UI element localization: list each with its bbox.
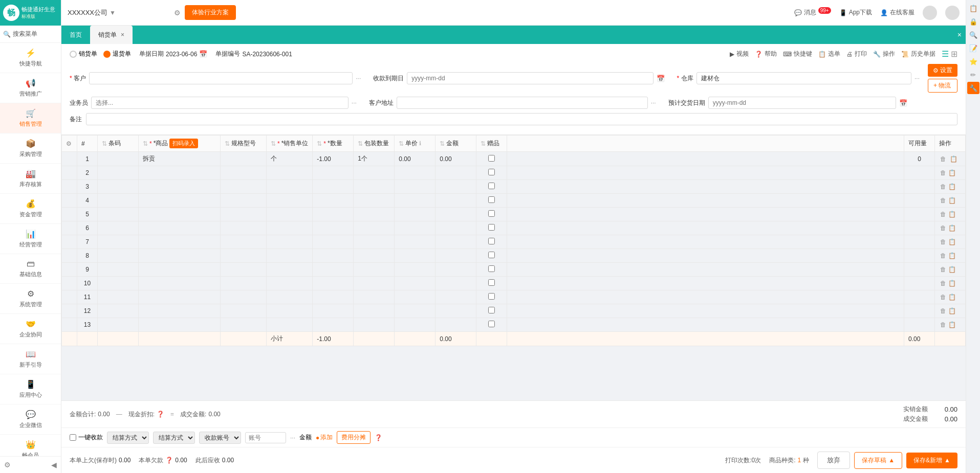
service-btn[interactable]: 👤 在线客服 bbox=[880, 8, 914, 17]
delete-icon-6[interactable]: 🗑 bbox=[940, 224, 946, 232]
product-cell-1[interactable]: 拆贡 bbox=[139, 152, 221, 166]
price-sort-icon[interactable]: ⇅ bbox=[399, 140, 404, 147]
video-btn[interactable]: ▶ 视频 bbox=[730, 50, 749, 58]
delete-icon-10[interactable]: 🗑 bbox=[940, 280, 946, 287]
price-info-icon[interactable]: ℹ bbox=[419, 140, 421, 147]
amount-sort-icon[interactable]: ⇅ bbox=[440, 140, 445, 147]
salesman-input[interactable] bbox=[91, 97, 349, 109]
tab-sales-order[interactable]: 销货单 × bbox=[90, 26, 133, 44]
balance-help-icon[interactable]: ❓ bbox=[165, 457, 173, 464]
history-btn[interactable]: 📜 历史单据 bbox=[901, 50, 935, 58]
copy-icon-11[interactable]: 📋 bbox=[948, 294, 956, 301]
save-draft-button[interactable]: 保存草稿 ▲ bbox=[854, 452, 902, 469]
trial-button[interactable]: 体验行业方案 bbox=[185, 5, 236, 20]
message-btn[interactable]: 💬 消息 99+ bbox=[794, 8, 831, 17]
delete-icon-1[interactable]: 🗑 bbox=[940, 155, 946, 163]
copy-icon-5[interactable]: 📋 bbox=[948, 211, 956, 218]
sidebar-item-sales[interactable]: 🛒 销售管理 bbox=[0, 103, 61, 133]
delete-icon-8[interactable]: 🗑 bbox=[940, 252, 946, 259]
collapse-icon[interactable]: ◀ bbox=[51, 461, 57, 469]
customer-input[interactable] bbox=[89, 72, 353, 84]
save-new-button[interactable]: 保存&新增 ▲ bbox=[906, 453, 957, 468]
shortcut-btn[interactable]: ⌨ 快捷键 bbox=[783, 50, 812, 58]
delivery-cal-icon[interactable]: 📅 bbox=[899, 99, 907, 107]
copy-icon-13[interactable]: 📋 bbox=[948, 321, 956, 328]
app-download-btn[interactable]: 📱 App下载 bbox=[839, 8, 872, 17]
delete-icon-11[interactable]: 🗑 bbox=[940, 294, 946, 301]
rp-edit-icon[interactable]: ✏ bbox=[967, 69, 979, 81]
unit-cell-1[interactable]: 个 bbox=[267, 152, 313, 166]
payment-date-input[interactable] bbox=[407, 72, 653, 84]
one-click-pay-checkbox[interactable]: 一键收款 bbox=[70, 433, 103, 442]
sidebar-item-purchase[interactable]: 📦 采购管理 bbox=[0, 133, 61, 164]
payment-calc-select[interactable]: 结算方式 bbox=[153, 432, 195, 444]
copy-icon-3[interactable]: 📋 bbox=[948, 183, 956, 190]
view-list-icon[interactable]: ☰ bbox=[942, 49, 949, 59]
sidebar-item-inventory[interactable]: 🏭 库存核算 bbox=[0, 164, 61, 194]
barcode-sort-icon[interactable]: ⇅ bbox=[102, 140, 107, 147]
delete-icon-12[interactable]: 🗑 bbox=[940, 307, 946, 314]
amount-cell-1[interactable]: 0.00 bbox=[435, 152, 476, 166]
sidebar-item-management[interactable]: 📊 经营管理 bbox=[0, 224, 61, 254]
add-payment-btn[interactable]: ● 添加 bbox=[316, 433, 333, 442]
company-selector[interactable]: XXXXXX公司 ▼ bbox=[68, 8, 170, 17]
copy-icon-6[interactable]: 📋 bbox=[948, 224, 956, 232]
sales-radio[interactable]: 销货单 bbox=[70, 50, 97, 58]
rp-note-icon[interactable]: 📝 bbox=[967, 42, 979, 54]
sidebar-item-enterprise[interactable]: 🤝 企业协同 bbox=[0, 314, 61, 344]
one-click-pay-input[interactable] bbox=[70, 434, 76, 441]
date-calendar-icon[interactable]: 📅 bbox=[199, 50, 207, 58]
rp-lock-icon[interactable]: 🔒 bbox=[967, 15, 979, 28]
operate-btn[interactable]: 🔧 操作 bbox=[873, 50, 895, 58]
return-radio[interactable]: 退货单 bbox=[103, 50, 131, 58]
delete-icon-5[interactable]: 🗑 bbox=[940, 211, 946, 218]
rp-search-icon[interactable]: 🔍 bbox=[967, 29, 979, 41]
spec-sort-icon[interactable]: ⇅ bbox=[225, 140, 230, 147]
fee-split-btn[interactable]: 费用分摊 bbox=[337, 431, 371, 444]
unit-sort-icon[interactable]: ⇅ bbox=[271, 140, 276, 147]
tab-home[interactable]: 首页 bbox=[61, 26, 90, 44]
spec-cell-1[interactable] bbox=[221, 152, 267, 166]
sidebar-item-basic[interactable]: 🗃 基础信息 bbox=[0, 254, 61, 284]
payment-cal-icon[interactable]: 📅 bbox=[657, 75, 665, 82]
payment-more-icon[interactable]: ··· bbox=[290, 434, 295, 441]
settings-btn[interactable]: ⚙ 设置 bbox=[928, 64, 957, 77]
delete-icon-13[interactable]: 🗑 bbox=[940, 321, 946, 328]
select-btn[interactable]: 📋 选单 bbox=[818, 50, 840, 58]
delete-icon-4[interactable]: 🗑 bbox=[940, 197, 946, 204]
copy-icon-12[interactable]: 📋 bbox=[948, 307, 956, 314]
sidebar-item-guide[interactable]: 📖 新手引导 bbox=[0, 344, 61, 374]
product-sort-icon[interactable]: ⇅ bbox=[143, 140, 148, 147]
rp-clipboard-icon[interactable]: 📋 bbox=[967, 2, 979, 14]
topbar-gear-icon[interactable]: ⚙ bbox=[174, 9, 181, 17]
customer-more-icon[interactable]: ··· bbox=[356, 75, 361, 82]
copy-icon-8[interactable]: 📋 bbox=[948, 252, 956, 259]
sidebar-item-shortcut[interactable]: ⚡ 快捷导航 bbox=[0, 43, 61, 73]
copy-icon-7[interactable]: 📋 bbox=[948, 238, 956, 245]
print-btn[interactable]: 🖨 打印 bbox=[846, 50, 867, 58]
user-avatar[interactable] bbox=[923, 6, 937, 20]
column-config-icon[interactable]: ⚙ bbox=[66, 140, 72, 147]
rp-tool-icon[interactable]: 🔧 bbox=[967, 82, 979, 94]
abandon-button[interactable]: 放弃 bbox=[817, 452, 850, 469]
salesman-more-icon[interactable]: ··· bbox=[352, 99, 357, 106]
copy-icon-1[interactable]: 📋 bbox=[950, 155, 957, 163]
sidebar-item-wechat[interactable]: 💬 企业微信 bbox=[0, 404, 61, 435]
scan-button[interactable]: 扫码录入 bbox=[169, 139, 198, 148]
price-cell-1[interactable]: 0.00 bbox=[395, 152, 435, 166]
view-grid-icon[interactable]: ⊞ bbox=[951, 49, 957, 59]
user-avatar2[interactable] bbox=[945, 6, 960, 20]
copy-icon-10[interactable]: 📋 bbox=[948, 280, 956, 287]
gift-sort-icon[interactable]: ⇅ bbox=[481, 140, 486, 147]
copy-icon-4[interactable]: 📋 bbox=[948, 197, 956, 204]
gift-cell-1[interactable] bbox=[476, 152, 507, 166]
th-gear[interactable]: ⚙ bbox=[62, 136, 77, 152]
pkgqty-cell-1[interactable]: 1个 bbox=[354, 152, 395, 166]
sidebar-search[interactable]: 🔍 搜索菜单 bbox=[0, 26, 61, 43]
qty-sort-icon[interactable]: ⇅ bbox=[317, 140, 322, 147]
sidebar-item-member[interactable]: 👑 畅会员 bbox=[0, 435, 61, 456]
delete-icon-7[interactable]: 🗑 bbox=[940, 238, 946, 245]
logistics-btn[interactable]: + 物流 bbox=[928, 79, 957, 93]
delete-icon-9[interactable]: 🗑 bbox=[940, 266, 946, 273]
close-all-tabs-icon[interactable]: × bbox=[957, 31, 962, 39]
